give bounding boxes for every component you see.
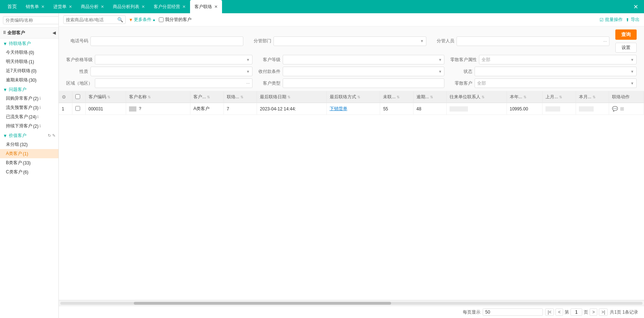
sidebar-item-b-class[interactable]: B类客户 (33) [0,158,58,167]
sidebar-problem-group[interactable]: ▼ 问题客户 [0,85,58,94]
td-name: ？ [126,103,190,115]
td-code: 000031 [85,103,126,115]
status-select[interactable]: ▼ [475,67,637,76]
scrollbar-track[interactable] [60,302,643,305]
sidebar-item-overdue[interactable]: 逾期未联络 (30) [0,75,58,85]
export-btn[interactable]: ⬆ 导出 [626,17,640,23]
sidebar-item-a-class[interactable]: A类客户 (1) [0,149,58,158]
sidebar-item-warn[interactable]: 流失预警客户 (3) ℹ [0,103,58,112]
adv-cell-cust-level: 客户等级 ▼ [255,55,448,64]
th-overdue-sort-icon: ⇅ [430,95,433,99]
nav-tab-analysis[interactable]: 商品分析 ✕ [76,0,108,13]
sidebar-item-a-class-badge: (1) [23,151,28,156]
th-uncontact[interactable]: 未联... ⇅ [380,91,413,103]
nav-tab-customer-mgmt-label: 客户分层经营 [154,4,180,10]
nav-tab-analysis-list[interactable]: 商品分析列表 ✕ [108,0,149,13]
td-row-checkbox [72,103,85,115]
nav-tab-customer-contact[interactable]: 客户联络 ✕ [190,0,222,13]
th-code[interactable]: 客户编码 ⇅ [85,91,126,103]
close-sales-icon[interactable]: ✕ [41,4,44,9]
sidebar-collapse-icon[interactable]: ◀ [53,31,56,35]
th-person[interactable]: 往来单位联系人 ⇅ [447,91,507,103]
batch-op-btn[interactable]: ☑ 批量操作 [600,17,623,23]
sidebar-item-tomorrow[interactable]: 明天待联络 (1) [0,57,58,66]
my-customers-checkbox[interactable] [159,17,164,22]
first-page-btn[interactable]: |< [545,308,554,316]
sidebar-pending-group[interactable]: ▼ 待联络客户 [0,39,58,48]
next-page-btn[interactable]: > [590,308,597,316]
sidebar-value-group[interactable]: ▼ 价值客户 ↻ ✎ [0,131,58,140]
close-analysis-icon[interactable]: ✕ [101,4,104,9]
sidebar-all-customers[interactable]: ⠿ 全部客户 ◀ [0,28,58,39]
value-refresh-icon[interactable]: ↻ [48,133,51,138]
td-overdue: 48 [413,103,446,115]
sidebar-item-c-class[interactable]: C类客户 (6) [0,167,58,177]
scatter-select[interactable]: 全部 ▼ [475,78,637,88]
sidebar-item-abnormal[interactable]: 回购异常客户 (2) ℹ [0,94,58,103]
horizontal-scrollbar[interactable] [59,300,644,306]
nav-tab-sales[interactable]: 销售单 ✕ [21,0,49,13]
th-last-method[interactable]: 最后联络方式 ⇅ [326,91,380,103]
more-conditions-btn[interactable]: ▼ 更多条件 ▲ [129,17,156,23]
value-edit-icon[interactable]: ✎ [52,133,56,138]
nature-select[interactable]: ▼ [90,67,253,76]
th-type[interactable]: 客户... ⇅ [190,91,223,103]
close-customer-contact-icon[interactable]: ✕ [214,4,218,9]
price-level-select[interactable]: ▼ [95,55,253,64]
prev-page-btn[interactable]: < [555,308,563,316]
cust-level-select[interactable]: ▼ [283,55,445,64]
row-select-checkbox[interactable] [75,106,80,111]
td-last-method-link[interactable]: 下销货单 [330,106,347,111]
action-qr-icon[interactable]: ⊞ [620,106,624,112]
sidebar-item-7days[interactable]: 近7天待联络 (0) [0,66,58,75]
nav-tab-purchase[interactable]: 进货单 ✕ [49,0,76,13]
filter-search-icon[interactable]: 🔍 [117,17,123,22]
nav-tab-purchase-label: 进货单 [53,4,67,10]
sidebar-item-today[interactable]: 今天待联络 (0) [0,48,58,57]
close-analysis-list-icon[interactable]: ✕ [142,4,145,9]
nav-tab-customer-mgmt[interactable]: 客户分层经营 ✕ [149,0,190,13]
page-label: 第 [565,309,569,315]
action-chat-icon[interactable]: 💬 [612,106,618,112]
region-input[interactable]: ··· [95,78,253,88]
th-last-date[interactable]: 最后联络日期 ⇅ [257,91,327,103]
window-close-button[interactable]: ✕ [630,3,641,10]
close-customer-mgmt-icon[interactable]: ✕ [182,4,186,9]
td-num: 1 [59,103,72,115]
person-input[interactable]: ··· [457,36,609,46]
th-this-year[interactable]: 本年... ⇅ [507,91,543,103]
table-row: 1 000031 ？ A类客户 7 2023-04-12 14:44: [59,103,644,115]
filter-search-input[interactable] [66,17,117,22]
page-input[interactable] [570,308,582,316]
payment-select[interactable]: ▼ [283,67,445,76]
export-icon: ⬆ [626,17,629,22]
dept-select[interactable]: ▼ [273,36,426,46]
last-month-placeholder [545,106,560,112]
last-page-btn[interactable]: >| [599,308,608,316]
phone-input[interactable] [90,36,243,46]
region-label: 区域（地区） [66,80,93,86]
query-button[interactable]: 查询 [615,29,637,40]
settings-button[interactable]: 设置 [615,43,637,53]
table-gear-icon[interactable]: ⚙ [62,94,66,100]
scrollbar-thumb[interactable] [134,302,391,305]
sidebar-item-lost[interactable]: 已流失客户 (24) ℹ [0,112,58,121]
th-contact-sort-icon: ⇅ [240,95,243,99]
th-contact[interactable]: 联络... ⇅ [223,91,257,103]
person-placeholder [450,106,468,112]
sidebar-item-decline[interactable]: 持续下滑客户 (2) ℹ [0,121,58,131]
th-name[interactable]: 客户名称 ⇅ [126,91,190,103]
sidebar-search-input[interactable] [3,16,59,24]
nav-home[interactable]: 首页 [3,3,21,10]
close-purchase-icon[interactable]: ✕ [69,4,72,9]
scatter-attr-select[interactable]: 全部 ▼ [479,55,637,64]
cust-type-label: 客户类型 [258,80,280,86]
sidebar-item-ungroup[interactable]: 未分组 (32) [0,140,58,149]
th-this-month[interactable]: 本月... ⇅ [576,91,609,103]
sidebar-item-overdue-badge: (30) [29,78,36,83]
th-last-month[interactable]: 上月... ⇅ [543,91,576,103]
cust-type-input[interactable] [283,78,445,88]
per-page-input[interactable] [483,308,543,316]
th-overdue[interactable]: 逾期... ⇅ [413,91,446,103]
table-select-all[interactable] [75,94,80,99]
